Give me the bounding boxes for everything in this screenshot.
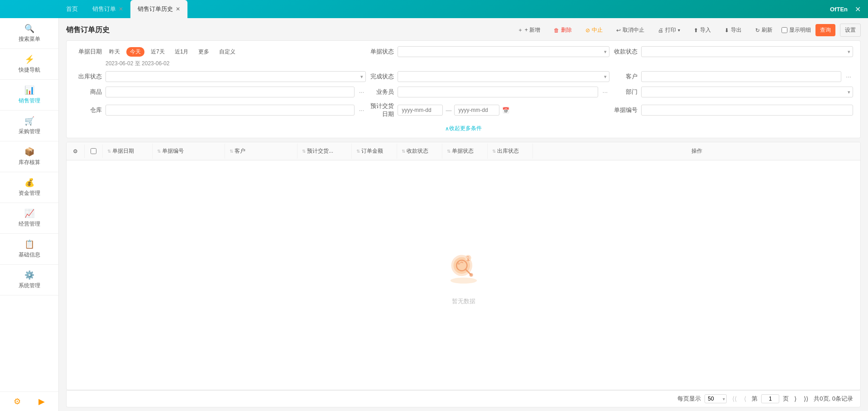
th-delivery[interactable]: ⇅ 预计交货... — [297, 144, 352, 159]
stop-button[interactable]: ⊘ 中止 — [581, 24, 607, 36]
goods-more-icon[interactable]: ··· — [357, 87, 366, 97]
print-button[interactable]: 🖨 打印 ▾ — [653, 24, 685, 36]
display-detail-checkbox[interactable] — [782, 27, 787, 33]
new-button[interactable]: ＋ + 新增 — [513, 24, 545, 36]
th-checkbox[interactable] — [85, 145, 103, 158]
custom-badge[interactable]: 自定义 — [216, 47, 239, 57]
delete-label: 删除 — [561, 26, 572, 34]
warehouse-input[interactable] — [106, 105, 355, 116]
filter-area: 单据日期 昨天 今天 近7天 近1月 更多 自定义 单据状态 — [66, 40, 861, 138]
filter-delivery-col: 预计交货日期 — 📅 — [366, 102, 609, 118]
last1month-badge[interactable]: 近1月 — [171, 47, 192, 57]
filter-doc-status-col: 单据状态 ▾ — [366, 46, 609, 57]
last7days-badge[interactable]: 近7天 — [147, 47, 168, 57]
doc-status-select[interactable] — [398, 46, 609, 57]
sidebar-item-sys-mgmt[interactable]: ⚙️ 系统管理 — [0, 265, 58, 295]
stop-icon: ⊘ — [585, 27, 590, 34]
sidebar: 🔍 搜索菜单 ⚡ 快捷导航 📊 销售管理 🛒 采购管理 📦 库存核算 💰 资金管… — [0, 18, 59, 411]
doc-date-control: 昨天 今天 近7天 近1月 更多 自定义 — [106, 47, 366, 57]
department-select[interactable] — [641, 87, 853, 97]
th-action: 操作 — [533, 144, 860, 159]
th-receipt-status-label: 收款状态 — [407, 147, 428, 155]
select-all-checkbox[interactable] — [91, 148, 96, 154]
th-receipt-status[interactable]: ⇅ 收款状态 — [397, 144, 442, 159]
tab-sales-order[interactable]: 销售订单 ✕ — [85, 0, 130, 18]
department-control: ▾ — [641, 87, 853, 97]
customer-input[interactable] — [641, 71, 841, 82]
filter-doc-date-col: 单据日期 昨天 今天 近7天 近1月 更多 自定义 — [74, 47, 366, 57]
page-number-input[interactable] — [761, 394, 779, 403]
top-bar-right: OfTEn ✕ — [830, 5, 861, 14]
query-button[interactable]: 查询 — [815, 24, 835, 36]
sidebar-item-inventory-label: 库存核算 — [19, 159, 40, 166]
delivery-to-input[interactable] — [454, 105, 499, 116]
out-status-select[interactable] — [106, 71, 366, 82]
yesterday-badge[interactable]: 昨天 — [106, 47, 124, 57]
th-doc-no[interactable]: ⇅ 单据编号 — [153, 144, 225, 159]
delete-icon: 🗑 — [554, 27, 559, 34]
per-page-select[interactable]: 10 20 50 100 — [705, 394, 727, 403]
th-doc-date[interactable]: ⇅ 单据日期 — [103, 144, 153, 159]
today-badge[interactable]: 今天 — [126, 47, 144, 57]
th-out-status[interactable]: ⇅ 出库状态 — [488, 144, 533, 159]
more-badge[interactable]: 更多 — [195, 47, 213, 57]
salesperson-more-icon[interactable]: ··· — [601, 87, 610, 97]
print-dropdown-icon: ▾ — [678, 28, 680, 33]
delivery-from-input[interactable] — [398, 105, 443, 116]
receipt-status-select[interactable] — [641, 46, 853, 57]
sort-icon: ⇅ — [107, 149, 111, 154]
sort-icon-outstatus: ⇅ — [492, 149, 496, 154]
window-close-btn[interactable]: ✕ — [855, 5, 861, 14]
sidebar-item-sales-mgmt[interactable]: 📊 销售管理 — [0, 80, 58, 111]
customer-more-icon[interactable]: ··· — [844, 72, 853, 81]
tab-home[interactable]: 首页 — [59, 0, 85, 18]
cancel-stop-button[interactable]: ↩ 取消中止 — [612, 24, 649, 36]
tab-sales-order-history[interactable]: 销售订单历史 ✕ — [130, 0, 187, 18]
sidebar-item-business[interactable]: 📈 经营管理 — [0, 203, 58, 234]
display-detail-toggle[interactable]: 显示明细 — [782, 26, 811, 34]
per-page-label: 每页显示 — [677, 395, 701, 403]
goods-input[interactable] — [106, 87, 355, 97]
import-button[interactable]: ⬆ 导入 — [689, 24, 715, 36]
filter-goods-col: 商品 ··· — [74, 87, 366, 97]
next-page-btn[interactable]: ⟩ — [792, 394, 798, 403]
th-doc-status[interactable]: ⇅ 单据状态 — [442, 144, 488, 159]
last-page-btn[interactable]: ⟩⟩ — [802, 394, 810, 403]
salesperson-input[interactable] — [398, 87, 598, 97]
sort-icon-customer: ⇅ — [230, 149, 233, 154]
settings-col-icon: ⚙ — [73, 148, 78, 155]
tab-sales-order-history-close[interactable]: ✕ — [176, 6, 180, 12]
th-customer[interactable]: ⇅ 客户 — [225, 144, 297, 159]
filter-customer-col: 客户 ··· — [609, 71, 853, 82]
first-page-btn[interactable]: ⟨⟨ — [730, 394, 739, 403]
complete-status-select[interactable] — [398, 71, 609, 82]
stop-label: 中止 — [592, 26, 603, 34]
filter-row-1: 单据日期 昨天 今天 近7天 近1月 更多 自定义 单据状态 — [74, 46, 853, 57]
export-button[interactable]: ⬇ 导出 — [720, 24, 746, 36]
tab-sales-order-close[interactable]: ✕ — [119, 6, 123, 12]
sidebar-settings-icon[interactable]: ⚙ — [14, 396, 21, 406]
sort-icon-docstatus: ⇅ — [447, 149, 451, 154]
delivery-cal-icon[interactable]: 📅 — [502, 107, 509, 114]
sidebar-item-search-menu[interactable]: 🔍 搜索菜单 — [0, 18, 58, 49]
th-delivery-label: 预计交货... — [307, 147, 333, 155]
docno-control — [641, 105, 853, 116]
sidebar-item-base-info[interactable]: 📋 基础信息 — [0, 234, 58, 265]
sidebar-item-search-menu-label: 搜索菜单 — [19, 35, 40, 43]
th-settings[interactable]: ⚙ — [67, 145, 85, 158]
warehouse-more-icon[interactable]: ··· — [357, 106, 366, 115]
docno-input[interactable] — [641, 105, 853, 116]
prev-page-btn[interactable]: ⟨ — [742, 394, 748, 403]
svg-point-6 — [457, 262, 460, 265]
delete-button[interactable]: 🗑 删除 — [549, 24, 576, 36]
sidebar-item-finance[interactable]: 💰 资金管理 — [0, 172, 58, 203]
sidebar-item-inventory[interactable]: 📦 库存核算 — [0, 141, 58, 172]
th-amount[interactable]: ⇅ 订单金额 — [352, 144, 397, 159]
sidebar-expand-icon[interactable]: ▶ — [38, 396, 45, 406]
main-content: 销售订单历史 ＋ + 新增 🗑 删除 ⊘ 中止 ↩ 取消中止 — [59, 18, 868, 411]
collapse-row[interactable]: ∧ 收起更多条件 — [74, 123, 853, 132]
sidebar-item-purchase-mgmt[interactable]: 🛒 采购管理 — [0, 111, 58, 141]
settings-button[interactable]: 设置 — [840, 24, 861, 37]
sidebar-item-quick-nav[interactable]: ⚡ 快捷导航 — [0, 49, 58, 80]
refresh-button[interactable]: ↻ 刷新 — [751, 24, 777, 36]
